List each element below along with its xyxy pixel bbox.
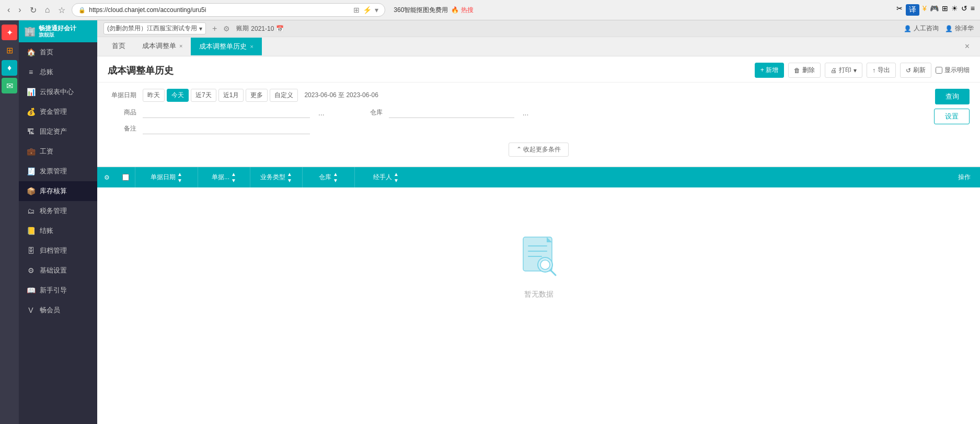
th-num-label: 单据... <box>212 173 229 182</box>
icon-bar-green[interactable]: ✉ <box>2 78 17 93</box>
tab-cost-adjustment[interactable]: 成本调整单 × <box>134 37 191 56</box>
th-warehouse[interactable]: 仓库 ▲▼ <box>302 167 354 187</box>
empty-state: 暂无数据 <box>97 187 980 341</box>
sidebar-item-tax[interactable]: 🗂 税务管理 <box>19 201 97 221</box>
forward-button[interactable]: › <box>16 4 23 16</box>
add-company-btn[interactable]: + <box>212 24 217 33</box>
sidebar-item-label-settings: 基础设置 <box>40 266 67 275</box>
sidebar-item-finance[interactable]: 💰 资金管理 <box>19 102 97 122</box>
th-date-sort-icon: ▲▼ <box>177 171 182 183</box>
sidebar-item-reports[interactable]: 📊 云报表中心 <box>19 82 97 102</box>
goods-dots[interactable]: ... <box>316 109 327 117</box>
table-settings-icon[interactable]: ⚙ <box>97 174 116 181</box>
th-handler-sort-icon: ▲▼ <box>394 171 399 183</box>
translate-icon[interactable]: 译 <box>906 4 919 16</box>
sidebar-item-assets[interactable]: 🏗 固定资产 <box>19 122 97 142</box>
tab-history-close[interactable]: × <box>250 43 253 50</box>
sun-icon[interactable]: ☀ <box>951 4 958 16</box>
th-type[interactable]: 业务类型 ▲▼ <box>250 167 302 187</box>
warehouse-dots[interactable]: ... <box>521 109 531 117</box>
filter-settings-btn[interactable]: 设置 <box>934 109 970 124</box>
tab-cost-adjustment-close[interactable]: × <box>179 43 182 49</box>
undo-icon[interactable]: ↺ <box>961 4 967 16</box>
browser-right-icons: ✂ 译 ¥ 🎮 ⊞ ☀ ↺ ≡ <box>896 4 975 16</box>
game-icon[interactable]: 🎮 <box>930 4 939 16</box>
star-button[interactable]: ☆ <box>56 4 67 16</box>
inventory-icon: 📦 <box>26 187 36 195</box>
delete-btn[interactable]: 🗑 删除 <box>788 63 821 78</box>
sidebar-item-label-ledger: 总账 <box>40 67 53 77</box>
address-bar[interactable]: 🔒 https://cloud.chanjet.com/accounting/u… <box>72 3 385 17</box>
th-date[interactable]: 单据日期 ▲▼ <box>135 167 198 187</box>
icon-bar-red[interactable]: ✦ <box>2 25 17 40</box>
service-label: 人工咨询 <box>914 24 939 33</box>
back-button[interactable]: ‹ <box>5 4 12 16</box>
menu-icon[interactable]: ≡ <box>971 4 975 16</box>
sidebar-item-inventory[interactable]: 📦 库存核算 <box>19 181 97 201</box>
th-type-label: 业务类型 <box>260 173 285 182</box>
home-button[interactable]: ⌂ <box>43 4 52 16</box>
sidebar-item-salary[interactable]: 💼 工资 <box>19 142 97 161</box>
tab-home-label: 首页 <box>112 41 125 51</box>
select-all-checkbox[interactable] <box>122 174 129 181</box>
icon-bar-orange[interactable]: ⊞ <box>2 42 17 58</box>
date-btn-1month[interactable]: 近1月 <box>218 89 244 102</box>
tab-home[interactable]: 首页 <box>103 37 134 56</box>
date-btn-7days[interactable]: 近7天 <box>191 89 216 102</box>
user-profile[interactable]: 👤 徐泽华 <box>945 24 974 33</box>
goods-input[interactable] <box>143 107 310 118</box>
filter-date-row: 单据日期 昨天 今天 近7天 近1月 更多 自定义 2023-06-06 至 2… <box>108 89 917 102</box>
grid-icon: ⊞ <box>353 6 360 14</box>
date-btn-more[interactable]: 更多 <box>246 89 268 102</box>
new-btn[interactable]: + 新增 <box>755 63 784 78</box>
hot-label: 🔥 热搜 <box>451 6 473 15</box>
page-actions: + 新增 🗑 删除 🖨 打印 ▾ ↑ 导出 <box>755 63 970 78</box>
export-btn[interactable]: ↑ 导出 <box>867 63 896 78</box>
tab-cost-adjustment-history[interactable]: 成本调整单历史 × <box>191 38 261 55</box>
date-btn-yesterday[interactable]: 昨天 <box>143 89 165 102</box>
refresh-btn[interactable]: ↺ 刷新 <box>900 63 931 78</box>
th-type-sort-icon: ▲▼ <box>287 171 292 183</box>
browser-search-area: 360智能抠图免费用 🔥 热搜 <box>394 6 473 15</box>
sidebar-item-home[interactable]: 🏠 首页 <box>19 42 97 62</box>
header-settings-icon[interactable]: ⚙ <box>223 25 230 33</box>
icon-bar-active[interactable]: ♦ <box>2 60 17 76</box>
empty-illustration <box>513 229 565 281</box>
print-btn[interactable]: 🖨 打印 ▾ <box>825 63 862 78</box>
user-service[interactable]: 👤 人工咨询 <box>904 24 939 33</box>
cut-icon[interactable]: ✂ <box>896 4 903 16</box>
warehouse-input[interactable] <box>389 107 514 118</box>
collapse-btn[interactable]: ⌃ 收起更多条件 <box>509 143 569 157</box>
sidebar-item-ledger[interactable]: ≡ 总账 <box>19 62 97 82</box>
sidebar-item-settings[interactable]: ⚙ 基础设置 <box>19 261 97 280</box>
filter-right-buttons: 查询 设置 <box>928 89 970 124</box>
browser-toolbar: ‹ › ↻ ⌂ ☆ 🔒 https://cloud.chanjet.com/ac… <box>0 0 980 20</box>
refresh-button[interactable]: ↻ <box>28 4 39 16</box>
date-btn-custom[interactable]: 自定义 <box>270 89 298 102</box>
sidebar-item-member[interactable]: V 畅会员 <box>19 300 97 320</box>
search-label: 360智能抠图免费用 <box>394 6 448 15</box>
sidebar-item-invoice[interactable]: 🧾 发票管理 <box>19 161 97 181</box>
show-cols-checkbox[interactable] <box>936 67 942 74</box>
sidebar-item-archive[interactable]: 🗄 归档管理 <box>19 241 97 261</box>
goods-filter-label: 商品 <box>108 108 136 117</box>
currency-icon[interactable]: ¥ <box>923 4 927 16</box>
sidebar-logo[interactable]: 🏢 畅捷通好会计 旗舰版 <box>19 20 97 42</box>
query-btn[interactable]: 查询 <box>935 89 970 104</box>
company-selector[interactable]: (勿删勿禁用）江西服宝测试专用 ▾ <box>103 22 206 34</box>
reports-icon: 📊 <box>26 88 36 96</box>
tab-close-all[interactable]: × <box>961 40 974 53</box>
th-num[interactable]: 单据... ▲▼ <box>198 167 250 187</box>
sidebar-item-guide[interactable]: 📖 新手引导 <box>19 280 97 300</box>
tab-cost-adjustment-label: 成本调整单 <box>142 41 176 51</box>
th-handler[interactable]: 经手人 ▲▼ <box>354 167 417 187</box>
date-btn-today[interactable]: 今天 <box>167 89 189 102</box>
show-cols-checkbox-label[interactable]: 显示明细 <box>936 66 970 75</box>
logo-text-group: 畅捷通好会计 旗舰版 <box>39 25 76 38</box>
address-url: https://cloud.chanjet.com/accounting/uru… <box>89 6 206 14</box>
sidebar: 🏢 畅捷通好会计 旗舰版 🏠 首页 ≡ 总账 📊 云报表中心 💰 资金管理 <box>19 20 97 424</box>
sidebar-item-closing[interactable]: 📒 结账 <box>19 221 97 241</box>
grid-apps-icon[interactable]: ⊞ <box>942 4 948 16</box>
notes-input[interactable] <box>143 123 310 134</box>
table-header: ⚙ 单据日期 ▲▼ 单据... ▲▼ 业务类型 ▲▼ <box>97 167 980 187</box>
